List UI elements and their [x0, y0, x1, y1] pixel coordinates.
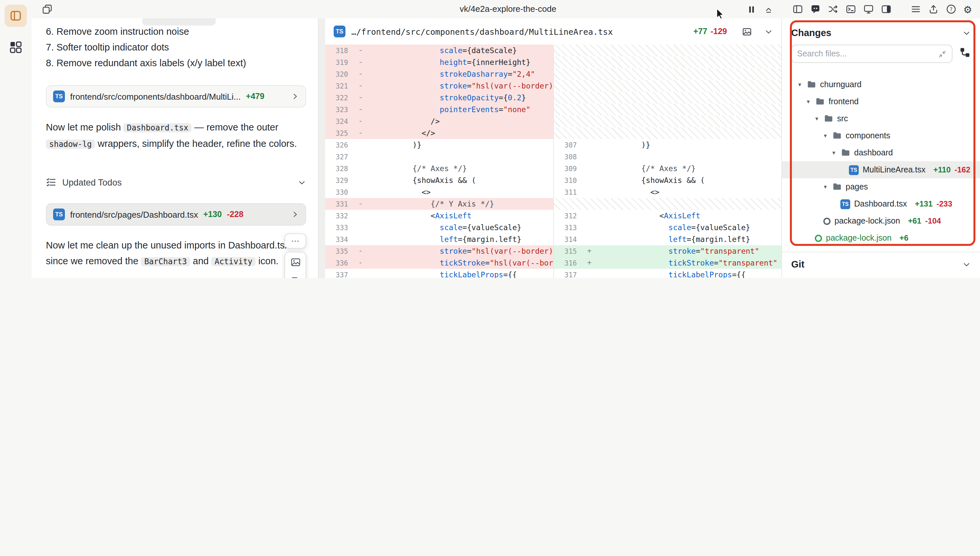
tree-folder-src[interactable]: ▾src [782, 110, 980, 127]
help-icon[interactable]: ? [946, 4, 956, 15]
diff-marker: + [583, 245, 596, 257]
diff-line [553, 92, 781, 103]
chat-bubble-icon[interactable] [810, 4, 820, 15]
diff-line: 337 tickLabelProps={{ [325, 269, 553, 278]
tree-file-package-lock-json[interactable]: package-lock.json+6 [782, 230, 980, 247]
copy-icon[interactable] [290, 276, 300, 278]
menu-icon[interactable] [910, 4, 921, 15]
added-count: +77 [694, 27, 707, 36]
line-number: 324 [325, 115, 354, 127]
message-actions-menu[interactable]: ⋯ [284, 233, 306, 249]
diff-row: 322- strokeOpacity={0.2} [325, 92, 781, 103]
diff-line [553, 45, 781, 57]
diff-row: 321- stroke="hsl(var(--border))" [325, 80, 781, 92]
shuffle-icon[interactable] [828, 4, 838, 15]
added-count: +130 [203, 210, 221, 219]
folder-icon [807, 80, 816, 89]
diff-marker: - [354, 245, 367, 257]
tree-folder-components[interactable]: ▾components [782, 127, 980, 144]
folder-name: dashboard [854, 148, 893, 157]
code-text: <AxisLeft [596, 210, 781, 221]
tree-file-package-lock-json[interactable]: package-lock.json+61-104 [782, 212, 980, 230]
diff-marker [354, 163, 367, 175]
settings-gear-icon[interactable]: ⚙ [963, 4, 972, 14]
code-text: tickLabelProps={{ [367, 269, 553, 278]
diff-marker [583, 269, 596, 278]
json-file-icon [815, 234, 822, 242]
app-window: vk/4e2a-explore-the-code ? ⚙ [0, 0, 980, 278]
diff-row: 328 {/* Axes */}309 {/* Axes */} [325, 163, 781, 175]
diff-marker: - [354, 45, 367, 57]
diff-row: 320- strokeDasharray="2,4" [325, 68, 781, 80]
code-text: strokeDasharray="2,4" [367, 68, 553, 80]
chevron-down-icon[interactable] [298, 178, 306, 186]
file-chip-dashboard[interactable]: TS frontend/src/pages/Dashboard.tsx +130… [46, 203, 306, 226]
diff-line: 310 {showAxis && ( [553, 175, 781, 186]
diff-marker [583, 175, 596, 186]
screenshot-icon[interactable] [290, 257, 300, 268]
diff-marker [583, 186, 596, 198]
chat-panel: 6. Remove zoom instruction noise 7. Soft… [31, 18, 318, 278]
code-text: scale={valueScale} [596, 221, 781, 233]
code-text: tickLabelProps={{ [596, 269, 781, 278]
diff-marker: - [354, 103, 367, 115]
diff-body: 318- scale={dateScale}319- height={inner… [325, 45, 781, 278]
code-text [367, 151, 553, 163]
diff-line [553, 68, 781, 80]
diff-line: 329 {showAxis && ( [325, 175, 553, 186]
line-number: 327 [325, 151, 354, 163]
panel-left-icon[interactable] [792, 4, 803, 15]
tree-file-multilinearea-tsx[interactable]: TSMultiLineArea.tsx+110-162 [782, 161, 980, 178]
file-tree-view-icon[interactable] [959, 47, 971, 61]
diff-line: 334 left={margin.left} [325, 233, 553, 245]
chevron-down-icon[interactable] [764, 27, 773, 36]
updated-todos-row[interactable]: Updated Todos [46, 177, 306, 187]
monitor-icon[interactable] [863, 4, 873, 15]
workspaces-grid-icon[interactable] [9, 40, 22, 57]
diff-line [553, 103, 781, 115]
diff-line: 318- scale={dateScale} [325, 45, 553, 57]
code-text: stroke="hsl(var(--border))" [367, 245, 553, 257]
line-number: 323 [325, 103, 354, 115]
line-number: 313 [554, 221, 583, 233]
code-text: left={margin.left} [596, 233, 781, 245]
overlap-windows-icon[interactable] [42, 4, 52, 15]
list-item: 8. Remove redundant axis labels (x/y lab… [46, 55, 306, 71]
diff-line: 315+ stroke="transparent" [553, 245, 781, 257]
tree-folder-pages[interactable]: ▾pages [782, 178, 980, 196]
diff-row: 326 )}307 )} [325, 139, 781, 151]
code-text: /> [367, 115, 553, 127]
panel-divider[interactable] [318, 18, 325, 278]
list-item: 7. Softer tooltip indicator dots [46, 39, 306, 55]
chevron-down-icon[interactable] [962, 260, 971, 268]
diff-marker [583, 233, 596, 245]
panel-right-icon[interactable] [881, 4, 891, 15]
file-stats: +61-104 [908, 217, 941, 226]
diff-line: 311 <> [553, 186, 781, 198]
chevron-down-icon: ▾ [796, 81, 803, 88]
inline-diff-toggle-icon[interactable] [742, 27, 752, 36]
file-chip-multilinearea[interactable]: TS frontend/src/components/dashboard/Mul… [46, 85, 306, 108]
collapse-tree-icon[interactable] [938, 50, 946, 58]
inline-code: shadow-lg [46, 140, 95, 149]
pause-icon[interactable] [746, 4, 756, 14]
diff-line: 328 {/* Axes */} [325, 163, 553, 175]
diff-line: 321- stroke="hsl(var(--border))" [325, 80, 553, 92]
tree-folder-frontend[interactable]: ▾frontend [782, 93, 980, 110]
code-text: height={innerHeight} [367, 57, 553, 68]
tree-file-dashboard-tsx[interactable]: TSDashboard.tsx+131-233 [782, 196, 980, 212]
diff-row: 323- pointerEvents="none" [325, 103, 781, 115]
share-icon[interactable] [928, 4, 938, 15]
diff-line: 309 {/* Axes */} [553, 163, 781, 175]
terminal-icon[interactable] [845, 4, 856, 15]
diff-row: 337 tickLabelProps={{317 tickLabelProps=… [325, 269, 781, 278]
tree-folder-dashboard[interactable]: ▾dashboard [782, 144, 980, 161]
collapse-up-icon[interactable] [764, 4, 773, 14]
folder-icon [833, 131, 842, 140]
search-input[interactable] [797, 49, 934, 58]
tree-folder-churnguard[interactable]: ▾churnguard [782, 76, 980, 93]
code-text: )} [367, 139, 553, 151]
diff-line: 332 <AxisLeft [325, 210, 553, 221]
ellipsis-icon: ⋯ [291, 237, 300, 245]
chevron-down-icon[interactable] [962, 29, 971, 37]
